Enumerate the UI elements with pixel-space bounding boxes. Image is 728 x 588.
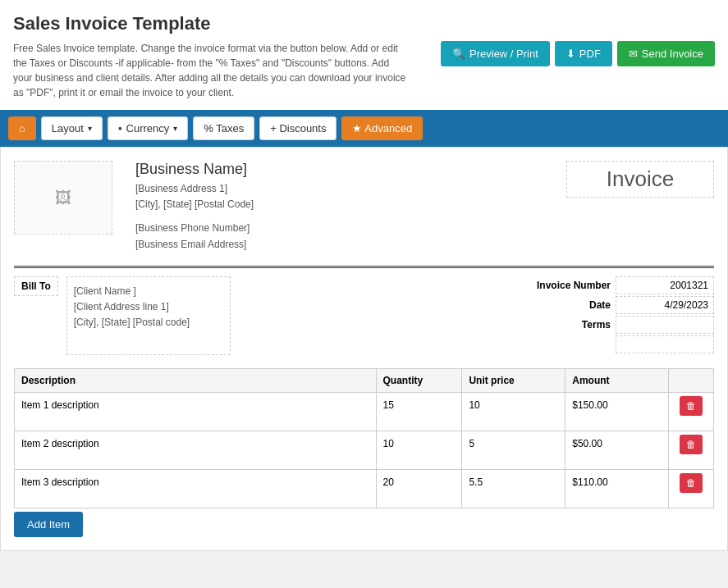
- preview-print-button[interactable]: 🔍 Preview / Print: [441, 41, 550, 66]
- business-city-state-zip[interactable]: [City], [State] [Postal Code]: [135, 197, 254, 212]
- row-delete-2[interactable]: 🗑: [669, 469, 714, 508]
- invoice-area: 🖼 [Business Name] [Business Address 1] […: [0, 147, 728, 551]
- currency-icon: ▪: [118, 122, 122, 134]
- layout-label: Layout: [52, 122, 84, 134]
- row-unit-price-0[interactable]: 10: [462, 392, 565, 431]
- invoice-meta: Invoice Number 2001321 Date 4/29/2023 Te…: [451, 276, 714, 355]
- items-table-body: Item 1 description 15 10 $150.00 🗑 Item …: [15, 392, 714, 508]
- send-invoice-button[interactable]: ✉ Send Invoice: [617, 41, 715, 66]
- client-city-state-zip: [City], [State] [Postal code]: [74, 315, 223, 330]
- page-description: Free Sales Invoice template. Change the …: [13, 41, 407, 100]
- row-quantity-1[interactable]: 10: [376, 431, 462, 469]
- discounts-button[interactable]: + Discounts: [259, 116, 337, 140]
- row-amount-2: $110.00: [565, 469, 669, 508]
- business-phone[interactable]: [Business Phone Number]: [135, 221, 254, 236]
- email-icon: ✉: [629, 48, 638, 60]
- table-row: Item 3 description 20 5.5 $110.00 🗑: [15, 469, 714, 508]
- row-delete-1[interactable]: 🗑: [669, 431, 714, 469]
- taxes-label: % Taxes: [204, 122, 244, 134]
- invoice-date-row: Date 4/29/2023: [451, 296, 714, 314]
- bill-to-details[interactable]: [Client Name ] [Client Address line 1] […: [66, 276, 231, 355]
- preview-icon: 🔍: [452, 48, 465, 60]
- row-quantity-0[interactable]: 15: [376, 392, 462, 431]
- invoice-terms-row: Terms: [451, 316, 714, 334]
- toolbar: ⌂ Layout ▾ ▪ Currency ▾ % Taxes + Discou…: [0, 110, 728, 147]
- layout-arrow-icon: ▾: [88, 124, 92, 133]
- row-amount-1: $50.00: [565, 431, 669, 469]
- header-description: Description: [15, 368, 377, 392]
- advanced-button[interactable]: ★ Advanced: [341, 116, 423, 140]
- taxes-button[interactable]: % Taxes: [193, 116, 254, 140]
- discounts-label: + Discounts: [270, 122, 326, 134]
- invoice-terms-label: Terms: [451, 319, 616, 330]
- advanced-label: ★ Advanced: [352, 122, 412, 134]
- logo-placeholder-icon: 🖼: [55, 189, 71, 207]
- invoice-date-value[interactable]: 4/29/2023: [616, 296, 714, 314]
- invoice-number-value[interactable]: 2001321: [616, 276, 714, 294]
- invoice-number-label: Invoice Number: [451, 280, 616, 291]
- currency-label: Currency: [126, 122, 170, 134]
- invoice-extra-value[interactable]: [616, 335, 714, 353]
- bill-to-left: Bill To [Client Name ] [Client Address l…: [14, 276, 231, 355]
- page-title: Sales Invoice Template: [13, 13, 715, 34]
- items-table-header: Description Quantity Unit price Amount: [15, 368, 714, 392]
- business-address1[interactable]: [Business Address 1]: [135, 181, 254, 197]
- home-icon: ⌂: [19, 122, 25, 134]
- row-description-1[interactable]: Item 2 description: [15, 431, 377, 469]
- bill-to-label: Bill To: [14, 276, 58, 296]
- layout-button[interactable]: Layout ▾: [41, 116, 103, 140]
- row-amount-0: $150.00: [565, 392, 669, 431]
- client-name: [Client Name ]: [74, 284, 223, 299]
- row-quantity-2[interactable]: 20: [376, 469, 462, 508]
- add-item-row: Add Item: [14, 512, 714, 537]
- row-unit-price-1[interactable]: 5: [462, 431, 565, 469]
- pdf-button[interactable]: ⬇ PDF: [555, 41, 612, 66]
- client-address1: [Client Address line 1]: [74, 299, 223, 315]
- header-divider: [14, 266, 714, 268]
- header: Sales Invoice Template Free Sales Invoic…: [0, 0, 728, 110]
- header-quantity: Quantity: [376, 368, 462, 392]
- table-row: Item 2 description 10 5 $50.00 🗑: [15, 431, 714, 469]
- invoice-number-row: Invoice Number 2001321: [451, 276, 714, 294]
- business-name[interactable]: [Business Name]: [135, 161, 254, 178]
- invoice-title-border: Invoice: [566, 161, 714, 198]
- header-delete: [669, 368, 714, 392]
- invoice-title-box: Invoice: [566, 161, 714, 198]
- items-table: Description Quantity Unit price Amount I…: [14, 368, 714, 508]
- row-unit-price-2[interactable]: 5.5: [462, 469, 565, 508]
- business-logo[interactable]: 🖼: [14, 161, 112, 235]
- invoice-terms-value[interactable]: [616, 316, 714, 334]
- invoice-extra-row: [451, 335, 714, 353]
- currency-button[interactable]: ▪ Currency ▾: [108, 116, 188, 140]
- delete-row-button-0[interactable]: 🗑: [680, 396, 703, 416]
- home-button[interactable]: ⌂: [8, 116, 36, 140]
- currency-arrow-icon: ▾: [173, 124, 177, 133]
- delete-row-button-1[interactable]: 🗑: [680, 435, 703, 454]
- header-buttons: 🔍 Preview / Print ⬇ PDF ✉ Send Invoice: [441, 41, 715, 66]
- billing-section: Bill To [Client Name ] [Client Address l…: [14, 276, 714, 355]
- delete-row-button-2[interactable]: 🗑: [680, 473, 703, 493]
- invoice-title: Invoice: [607, 166, 674, 191]
- business-header: 🖼 [Business Name] [Business Address 1] […: [14, 161, 714, 253]
- add-item-button[interactable]: Add Item: [14, 512, 83, 537]
- row-description-0[interactable]: Item 1 description: [15, 392, 377, 431]
- row-delete-0[interactable]: 🗑: [669, 392, 714, 431]
- header-unit-price: Unit price: [462, 368, 565, 392]
- row-description-2[interactable]: Item 3 description: [15, 469, 377, 508]
- business-details: [Business Name] [Business Address 1] [Ci…: [135, 161, 254, 253]
- page-wrapper: Sales Invoice Template Free Sales Invoic…: [0, 0, 728, 551]
- business-email[interactable]: [Business Email Address]: [135, 237, 254, 253]
- pdf-icon: ⬇: [566, 48, 575, 60]
- header-row: Free Sales Invoice template. Change the …: [13, 41, 715, 100]
- header-amount: Amount: [565, 368, 669, 392]
- items-table-header-row: Description Quantity Unit price Amount: [15, 368, 714, 392]
- invoice-date-label: Date: [451, 299, 616, 311]
- table-row: Item 1 description 15 10 $150.00 🗑: [15, 392, 714, 431]
